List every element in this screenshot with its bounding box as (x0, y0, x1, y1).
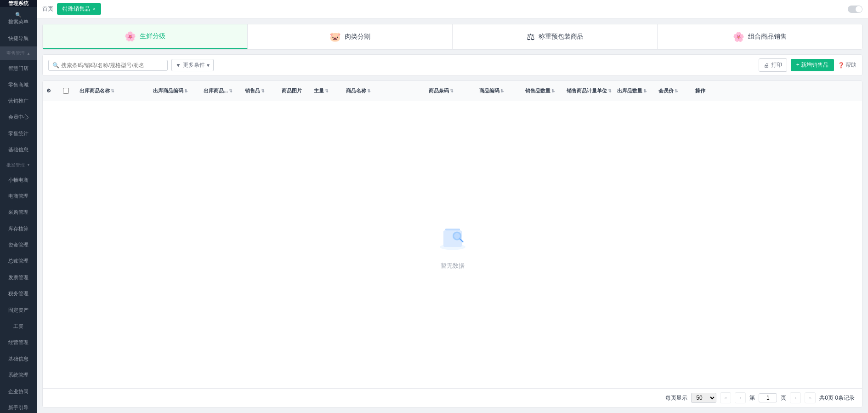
chevron-down-icon-wholesale: ▼ (27, 162, 30, 167)
sidebar-item-invoice[interactable]: 发票管理 (0, 270, 37, 286)
pagination-bar: 每页显示 50 10 20 100 « ‹ 第 页 › (43, 388, 862, 407)
filter-label: 更多条件 (183, 61, 205, 69)
home-breadcrumb[interactable]: 首页 (42, 5, 53, 13)
help-button[interactable]: ❓ 帮助 (838, 61, 857, 69)
th-product-name[interactable]: 商品名称 ⇅ (342, 85, 425, 97)
sidebar-item-retail-mall[interactable]: 零售商城 (0, 77, 37, 93)
tab-fresh-grade-label: 生鲜分级 (140, 32, 165, 40)
sort-icon-outqty: ⇅ (643, 89, 647, 93)
sidebar-item-search[interactable]: 🔍 搜索菜单 (0, 7, 37, 30)
page-label-before: 第 (749, 394, 755, 402)
empty-state-icon (434, 219, 471, 256)
tab-combo-sales[interactable]: 🌸 组合商品销售 (658, 24, 862, 49)
prev-page-button[interactable]: ‹ (735, 392, 746, 403)
th-checkbox[interactable] (59, 85, 76, 97)
content-area: 🌸 生鲜分级 🐷 肉类分割 ⚖ 称重预包装商品 🌸 组合商品销售 🔍 (37, 18, 868, 413)
sidebar-item-member-center[interactable]: 会员中心 (0, 109, 37, 125)
tab-weigh-package-label: 称重预包装商品 (539, 33, 584, 41)
print-label: 打印 (771, 61, 782, 69)
filter-icon: ▼ (176, 62, 181, 69)
th-weight[interactable]: 主量 ⇅ (310, 85, 342, 97)
sidebar-item-enterprise-coop[interactable]: 企业协同 (0, 384, 37, 400)
select-all-checkbox[interactable] (63, 88, 69, 94)
print-button[interactable]: 🖨 打印 (759, 58, 787, 72)
sort-icon-weight: ⇅ (325, 89, 329, 93)
sidebar-item-basic-info2[interactable]: 基础信息 (0, 351, 37, 367)
th-product-code[interactable]: 商品编码 ⇅ (476, 85, 522, 97)
sort-icon-out-code2: ⇅ (229, 89, 233, 93)
fresh-grade-icon: 🌸 (125, 31, 136, 42)
sidebar-item-retail-stats[interactable]: 零售统计 (0, 126, 37, 142)
weigh-package-icon: ⚖ (527, 31, 535, 42)
tab-meat-cut-label: 肉类分割 (345, 33, 370, 41)
sidebar-item-ecommerce[interactable]: 电商管理 (0, 188, 37, 204)
active-tab[interactable]: 特殊销售品 × (57, 3, 101, 15)
table-scroll-area[interactable]: ⚙ 出库商品名称 ⇅ 出库商品编码 ⇅ 出库商品... ⇅ (43, 81, 862, 101)
theme-toggle[interactable] (848, 6, 862, 13)
add-sales-item-button[interactable]: + 新增销售品 (791, 59, 834, 71)
combo-sales-icon: 🌸 (733, 31, 744, 42)
sidebar-item-new-guide[interactable]: 新手引导 (0, 400, 37, 413)
tab-weigh-package[interactable]: ⚖ 称重预包装商品 (453, 24, 658, 49)
sidebar-item-purchase[interactable]: 采购管理 (0, 204, 37, 220)
search-box[interactable]: 🔍 (48, 60, 168, 71)
tab-combo-sales-label: 组合商品销售 (748, 33, 787, 41)
last-page-button[interactable]: » (805, 392, 816, 403)
sidebar-logo: 管理系统 (0, 0, 37, 7)
sidebar-item-retail-mgmt[interactable]: 零售管理 ▲ (0, 46, 37, 60)
toolbar-right: 🖨 打印 + 新增销售品 ❓ 帮助 (759, 58, 857, 72)
main-content: 首页 特殊销售品 × 🌸 生鲜分级 🐷 肉类分割 ⚖ 称重预包装商品 (37, 0, 868, 413)
th-sales-item[interactable]: 销售品 ⇅ (241, 85, 278, 97)
sidebar-item-basic-info[interactable]: 基础信息 (0, 142, 37, 158)
total-label: 共0页 0条记录 (819, 394, 855, 402)
th-img[interactable]: 商品图片 (278, 85, 310, 97)
sidebar-item-tax[interactable]: 税务管理 (0, 286, 37, 302)
sidebar-item-smart-store[interactable]: 智慧门店 (0, 60, 37, 76)
filter-button[interactable]: ▼ 更多条件 ▾ (171, 59, 214, 71)
th-out-qty[interactable]: 出库品数量 ⇅ (613, 85, 655, 97)
page-number-input[interactable] (759, 393, 777, 402)
th-out-name[interactable]: 出库商品名称 ⇅ (76, 85, 149, 97)
sidebar-item-fixed-assets[interactable]: 固定资产 (0, 302, 37, 318)
sidebar-item-wholesale-mgmt[interactable]: 批发管理 ▼ (0, 158, 37, 172)
tab-fresh-grade[interactable]: 🌸 生鲜分级 (43, 24, 248, 49)
th-sales-qty[interactable]: 销售品数量 ⇅ (522, 85, 563, 97)
svg-rect-2 (445, 229, 460, 230)
table-header: ⚙ 出库商品名称 ⇅ 出库商品编码 ⇅ 出库商品... ⇅ (43, 81, 862, 101)
sidebar-item-marketing[interactable]: 营销推广 (0, 93, 37, 109)
next-page-button[interactable]: › (790, 392, 801, 403)
data-table: ⚙ 出库商品名称 ⇅ 出库商品编码 ⇅ 出库商品... ⇅ (42, 80, 862, 407)
prev-page-icon: ‹ (740, 396, 741, 401)
sidebar-item-salary[interactable]: 工资 (0, 318, 37, 334)
tab-meat-cut[interactable]: 🐷 肉类分割 (248, 24, 453, 49)
per-page-select[interactable]: 50 10 20 100 (691, 393, 716, 403)
sidebar-item-sys-mgmt[interactable]: 系统管理 (0, 367, 37, 383)
sidebar-item-mini-store[interactable]: 小畅电商 (0, 172, 37, 188)
th-out-code2[interactable]: 出库商品... ⇅ (200, 85, 241, 97)
print-icon: 🖨 (764, 62, 769, 69)
sidebar-item-finance[interactable]: 资金管理 (0, 237, 37, 253)
sort-icon-qty: ⇅ (551, 89, 555, 93)
th-unit[interactable]: 销售商品计量单位 ⇅ (563, 85, 613, 97)
first-page-button[interactable]: « (720, 392, 731, 403)
sidebar-item-quick-nav[interactable]: 快捷导航 (0, 30, 37, 46)
close-tab-icon[interactable]: × (93, 6, 96, 11)
search-input[interactable] (61, 62, 164, 69)
sidebar-item-operation-mgmt[interactable]: 经营管理 (0, 334, 37, 350)
empty-state-text: 暂无数据 (441, 262, 465, 270)
help-label: 帮助 (845, 61, 857, 69)
sidebar-item-inventory[interactable]: 库存核算 (0, 221, 37, 237)
sidebar: 管理系统 🔍 搜索菜单 快捷导航 零售管理 ▲ 智慧门店 零售商城 营销推广 会… (0, 0, 37, 413)
th-out-code1[interactable]: 出库商品编码 ⇅ (149, 85, 200, 97)
sort-icon-pname: ⇅ (367, 89, 371, 93)
sidebar-item-general-ledger[interactable]: 总账管理 (0, 253, 37, 269)
th-settings[interactable]: ⚙ (43, 85, 59, 97)
th-action: 操作 (692, 85, 719, 97)
th-member-price[interactable]: 会员价 ⇅ (655, 85, 692, 97)
sort-icon-barcode: ⇅ (450, 89, 454, 93)
sort-icon-price: ⇅ (675, 89, 678, 93)
topbar-right (848, 6, 862, 13)
sort-icon-out-code1: ⇅ (184, 89, 188, 93)
th-barcode[interactable]: 商品条码 ⇅ (425, 85, 476, 97)
toolbar: 🔍 ▼ 更多条件 ▾ 🖨 打印 + 新增销售品 ❓ 帮助 (42, 54, 862, 76)
